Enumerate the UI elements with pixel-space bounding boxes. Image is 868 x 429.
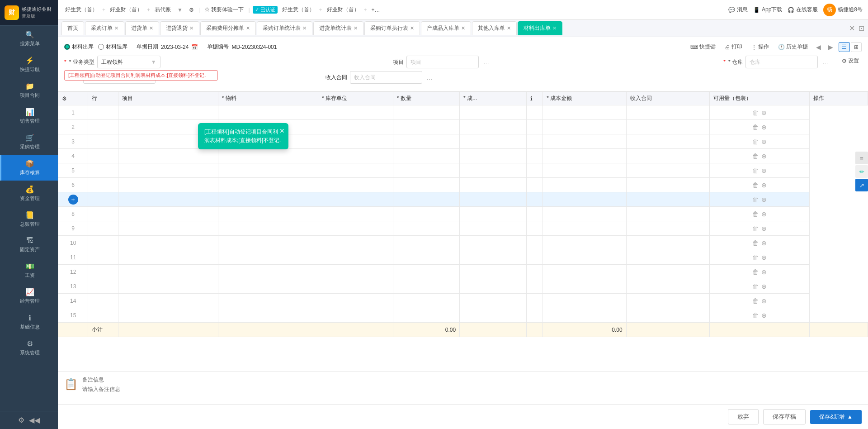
right-sidebar-btn-list[interactable]: ≡ [855, 152, 868, 164]
income-contract-input[interactable]: 收入合同 [350, 71, 422, 84]
restore-window-btn[interactable]: ⊡ [859, 24, 864, 33]
cell-4-unit[interactable] [218, 149, 318, 163]
cell-1-unit[interactable] [218, 105, 318, 120]
cell-3-project[interactable] [88, 134, 118, 149]
cell-4-qty[interactable] [318, 149, 393, 163]
cell-5-material[interactable] [118, 163, 218, 178]
close-window-btn[interactable]: ✕ [849, 24, 855, 33]
save-new-button[interactable]: 保存&新增 ▲ [810, 410, 862, 424]
tab-product-inbound-close[interactable]: ✕ [461, 25, 465, 31]
delete-row-13-icon[interactable]: 🗑 [752, 283, 759, 290]
history-btn[interactable]: 🕐 历史单据 [775, 42, 811, 52]
copy-row-7-icon[interactable]: ⊕ [761, 196, 767, 203]
tab-purchase-stats[interactable]: 采购订单统计表 ✕ [257, 21, 312, 35]
copy-row-3-icon[interactable]: ⊕ [761, 138, 767, 145]
tab-incoming-return[interactable]: 进货退货 ✕ [160, 21, 199, 35]
copy-row-1-icon[interactable]: ⊕ [761, 109, 767, 116]
cell-3-cost[interactable] [393, 134, 459, 149]
topbar-nav-haoYeCai2[interactable]: 好业财（首） [325, 5, 361, 14]
col-settings[interactable]: ⚙ [58, 92, 88, 105]
cell-3-contract[interactable] [543, 134, 626, 149]
cell-4-cost[interactable] [393, 149, 459, 163]
radio-material-out[interactable]: 材料出库 [64, 43, 94, 51]
tab-purchase-expense[interactable]: 采购费用分摊单 ✕ [200, 21, 256, 35]
print-btn[interactable]: 🖨 打印 [722, 42, 745, 52]
delete-row-2-icon[interactable]: 🗑 [752, 124, 759, 131]
tab-purchase-expense-close[interactable]: ✕ [246, 25, 250, 31]
cell-2-amount[interactable] [526, 120, 543, 134]
topbar-nav-haoYeCai[interactable]: 好业财（首） [108, 5, 144, 14]
cell-7-cost[interactable] [393, 192, 459, 207]
income-contract-ellipsis-btn[interactable]: … [425, 74, 434, 81]
delete-row-9-icon[interactable]: 🗑 [752, 225, 759, 232]
cell-7-col2[interactable] [88, 192, 118, 207]
project-input[interactable]: 项目 [406, 56, 479, 68]
warehouse-ellipsis-btn[interactable]: … [821, 59, 830, 66]
add-row-btn[interactable]: + [68, 195, 78, 205]
tab-incoming-return-close[interactable]: ✕ [189, 25, 193, 31]
save-draft-button[interactable]: 保存草稿 [763, 409, 806, 424]
discard-button[interactable]: 放弃 [728, 409, 759, 424]
delete-row-14-icon[interactable]: 🗑 [752, 297, 759, 305]
radio-material-return[interactable]: 材料退库 [98, 43, 127, 51]
topbar-nav-more[interactable]: +… [370, 6, 382, 14]
cell-7-contract[interactable] [543, 192, 626, 207]
cell-1-material[interactable] [118, 105, 218, 120]
copy-row-11-icon[interactable]: ⊕ [761, 254, 767, 261]
sidebar-item-system[interactable]: ⚙ 系统管理 [0, 335, 58, 361]
cell-3-qty[interactable] [318, 134, 393, 149]
settings-btn[interactable]: ⚙ 设置 [839, 56, 862, 66]
tab-material-outbound-close[interactable]: ✕ [552, 25, 557, 31]
shortcut-btn[interactable]: ⌨ 快捷键 [688, 42, 718, 52]
sidebar-item-inventory[interactable]: 📦 库存核算 [0, 155, 58, 181]
cell-6-qty[interactable] [318, 178, 393, 192]
cell-6-amount[interactable] [526, 178, 543, 192]
app-download-btn[interactable]: 📱 App下载 [753, 6, 782, 14]
tab-incoming-close[interactable]: ✕ [149, 25, 153, 31]
cell-1-project[interactable] [88, 105, 118, 120]
sidebar-item-operations[interactable]: 📈 经营管理 [0, 283, 58, 309]
cell-3-amount[interactable] [526, 134, 543, 149]
delete-row-4-icon[interactable]: 🗑 [752, 153, 759, 160]
sidebar-item-project[interactable]: 📁 项目合同 [0, 77, 58, 103]
sidebar-item-quicknav[interactable]: ⚡ 快捷导航 [0, 52, 58, 77]
cell-5-qty[interactable] [318, 163, 393, 178]
copy-row-14-icon[interactable]: ⊕ [761, 297, 767, 305]
date-value[interactable]: 2023-03-24 [161, 44, 189, 50]
sidebar-item-sales[interactable]: 📊 销售管理 [0, 103, 58, 129]
cell-2-contract[interactable] [543, 120, 626, 134]
green-tooltip-close-btn[interactable]: ✕ [279, 126, 285, 136]
cell-1-contract[interactable] [543, 105, 626, 120]
cell-5-contract[interactable] [543, 163, 626, 178]
cell-2-cost[interactable] [393, 120, 459, 134]
message-btn[interactable]: 💬 消息 [728, 6, 748, 14]
online-service-btn[interactable]: 🎧 在线客服 [788, 6, 818, 14]
cell-1-cost[interactable] [393, 105, 459, 120]
cell-3-avail[interactable] [626, 134, 709, 149]
copy-row-10-icon[interactable]: ⊕ [761, 239, 767, 247]
cell-2-project[interactable] [88, 120, 118, 134]
cell-4-contract[interactable] [543, 149, 626, 163]
cell-1-avail[interactable] [626, 105, 709, 120]
cell-7-unit[interactable] [218, 192, 318, 207]
tab-purchase-order[interactable]: 采购订单 ✕ [85, 21, 124, 35]
topbar-nav-haoShengYi[interactable]: 好生意（首） [63, 5, 99, 14]
cell-6-contract[interactable] [543, 178, 626, 192]
warehouse-input[interactable]: 仓库 [745, 56, 818, 68]
cell-7-col3[interactable] [118, 192, 218, 207]
notes-input[interactable] [82, 386, 862, 398]
cell-6-project[interactable] [88, 178, 118, 192]
cell-5-avail[interactable] [626, 163, 709, 178]
sidebar-item-salary[interactable]: 💵 工资 [0, 257, 58, 283]
tab-other-inbound-close[interactable]: ✕ [507, 25, 511, 31]
tab-incoming-stats[interactable]: 进货单统计表 ✕ [313, 21, 363, 35]
topbar-nav-dropdown[interactable]: ▼ [175, 6, 184, 14]
cell-6-cost[interactable] [393, 178, 459, 192]
collapse-icon[interactable]: ◀◀ [29, 416, 40, 424]
cell-1-qty[interactable] [318, 105, 393, 120]
delete-row-15-icon[interactable]: 🗑 [752, 312, 759, 319]
cell-5-unit[interactable] [218, 163, 318, 178]
operations-btn[interactable]: ⋮ 操作 [749, 42, 772, 52]
cell-5-amount[interactable] [526, 163, 543, 178]
copy-row-5-icon[interactable]: ⊕ [761, 167, 767, 174]
